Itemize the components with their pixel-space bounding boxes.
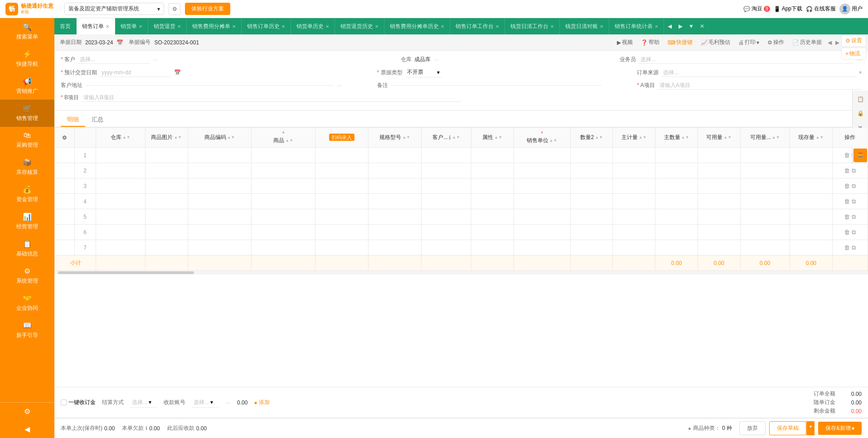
row-code[interactable]	[188, 178, 252, 194]
settings-icon-btn[interactable]: ⚙	[169, 3, 180, 15]
discard-button[interactable]: 放弃	[739, 421, 766, 435]
th-product[interactable]: 商品▲▼	[252, 128, 315, 148]
app-selector[interactable]: 装备及固定资产辅助管理系统 ▾	[64, 3, 164, 15]
tab-close-order-history[interactable]: ✕	[281, 24, 285, 29]
b-project-input[interactable]	[82, 93, 461, 102]
app-download-btn[interactable]: 📱 App下载	[774, 5, 802, 13]
row-warehouse[interactable]	[96, 148, 145, 163]
row-code[interactable]	[188, 194, 252, 209]
order-source-input[interactable]	[661, 68, 856, 77]
date-picker-icon[interactable]: 📅	[174, 69, 181, 76]
sidebar-item-purchase[interactable]: 🛍 采购管理	[0, 127, 54, 154]
row-warehouse[interactable]	[96, 194, 145, 209]
th-unit[interactable]: 销售单位▲▼	[514, 128, 570, 148]
toolbar-nav-next[interactable]: ▶	[835, 39, 839, 46]
online-support-btn[interactable]: 🎧 在线客服	[806, 5, 836, 13]
account-more-btn[interactable]: ···	[226, 399, 231, 406]
row-copy-btn[interactable]: ⧉	[852, 213, 856, 221]
tab-close-return-history[interactable]: ✕	[375, 24, 378, 29]
tab-bill-history[interactable]: 销货单历史 ✕	[291, 18, 335, 34]
tab-return-history[interactable]: 销货退货历史 ✕	[335, 18, 384, 34]
row-unit[interactable]	[514, 225, 570, 240]
warehouse-more-btn[interactable]: ···	[434, 57, 439, 63]
profit-btn[interactable]: 📈 毛利预估	[698, 38, 732, 47]
row-warehouse[interactable]	[96, 240, 145, 255]
sidebar-item-finance[interactable]: 💰 资金管理	[0, 181, 54, 208]
tab-sales-return[interactable]: 销货退货 ✕	[148, 18, 187, 34]
tab-close-sales-bill[interactable]: ✕	[139, 24, 142, 29]
sidebar-item-marketing[interactable]: 📢 营销推广	[0, 72, 54, 100]
row-qty2[interactable]	[570, 148, 613, 163]
customer-input[interactable]	[78, 55, 150, 64]
row-product[interactable]	[252, 209, 315, 225]
row-attr[interactable]	[471, 163, 514, 178]
tab-daily-reconcile[interactable]: 钱货日清对账 ✕	[560, 18, 609, 34]
tab-home[interactable]: 首页	[54, 18, 77, 34]
row-mainqty[interactable]	[655, 178, 698, 194]
tab-close-daily-workbench[interactable]: ✕	[550, 24, 554, 29]
row-copy-btn[interactable]: ⧉	[852, 183, 856, 190]
th-mainunit[interactable]: 主计量▲▼	[613, 128, 655, 148]
row-product[interactable]	[252, 148, 315, 163]
settings-quick-btn[interactable]: ⚙ 设置	[841, 34, 866, 47]
logistics-quick-btn[interactable]: + 物流	[841, 48, 866, 60]
row-delete-btn[interactable]: 🗑	[844, 229, 850, 236]
row-code[interactable]	[188, 240, 252, 255]
th-stock[interactable]: 现存量▲▼	[790, 128, 832, 148]
tab-cost-split[interactable]: 销售费用分摊单 ✕	[187, 18, 242, 34]
sidebar-collapse-btn[interactable]: ◀	[0, 420, 54, 438]
row-delete-btn[interactable]: 🗑	[844, 213, 850, 220]
print-btn[interactable]: 🖨 打印 ▾	[736, 38, 761, 47]
row-mainqty[interactable]	[655, 225, 698, 240]
customer-more-btn[interactable]: ···	[153, 57, 158, 63]
tab-daily-workbench[interactable]: 钱货日清工作台 ✕	[505, 18, 560, 34]
save-new-button[interactable]: 保存&新增 ▾	[818, 422, 862, 435]
row-attr[interactable]	[471, 240, 514, 255]
row-customer-code[interactable]	[422, 240, 471, 255]
tab-close-all[interactable]: ✕	[697, 18, 708, 34]
row-delete-btn[interactable]: 🗑	[844, 244, 850, 251]
row-unit[interactable]	[514, 240, 570, 255]
sidebar-settings-btn[interactable]: ⚙	[0, 403, 54, 420]
row-attr[interactable]	[471, 178, 514, 194]
scan-btn[interactable]: 扫码录入	[329, 134, 354, 141]
sidebar-item-basic[interactable]: 📋 基础信息	[0, 235, 54, 262]
sidebar-item-guide[interactable]: 📖 新手引导	[0, 317, 54, 344]
row-delete-btn[interactable]: 🗑	[844, 198, 850, 205]
float-tool-clipboard[interactable]: 📋	[853, 92, 867, 106]
row-attr[interactable]	[471, 225, 514, 240]
row-copy-btn[interactable]: ⧉	[852, 198, 856, 205]
row-product[interactable]	[252, 240, 315, 255]
tab-detail[interactable]: 明细	[61, 113, 85, 127]
row-delete-btn[interactable]: 🗑	[844, 167, 850, 174]
tab-cost-split-history[interactable]: 销售费用分摊单历史 ✕	[384, 18, 450, 34]
th-spec[interactable]: 规格型号▲▼	[369, 128, 422, 148]
row-mainqty[interactable]	[655, 163, 698, 178]
add-payment-btn[interactable]: ● 添加	[254, 399, 269, 406]
tab-close-cost-split[interactable]: ✕	[232, 24, 236, 29]
row-product[interactable]	[252, 225, 315, 240]
row-unit[interactable]	[514, 209, 570, 225]
row-unit[interactable]	[514, 178, 570, 194]
row-customer-code[interactable]	[422, 225, 471, 240]
row-copy-btn[interactable]: ⧉	[852, 229, 856, 236]
th-img[interactable]: 商品图片▲▼	[145, 128, 188, 148]
row-warehouse[interactable]	[96, 178, 145, 194]
row-mainqty[interactable]	[655, 209, 698, 225]
row-mainqty[interactable]	[655, 148, 698, 163]
tab-close-sales-order[interactable]: ✕	[106, 24, 109, 29]
row-qty2[interactable]	[570, 163, 613, 178]
row-spec[interactable]	[369, 240, 422, 255]
row-warehouse[interactable]	[96, 209, 145, 225]
row-unit[interactable]	[514, 194, 570, 209]
th-mainqty[interactable]: 主数量▲▼	[655, 128, 698, 148]
row-spec[interactable]	[369, 194, 422, 209]
toolbar-nav-prev[interactable]: ◀	[828, 39, 832, 46]
tab-close-cost-split-history[interactable]: ✕	[441, 24, 444, 29]
sidebar-item-quicknav[interactable]: ⚡ 快捷导航	[0, 45, 54, 72]
th-warehouse[interactable]: 仓库▲▼	[96, 128, 145, 148]
row-qty2[interactable]	[570, 178, 613, 194]
tab-nav-prev[interactable]: ◀	[664, 18, 675, 34]
row-mainqty[interactable]	[655, 240, 698, 255]
row-delete-btn[interactable]: 🗑	[844, 183, 850, 189]
